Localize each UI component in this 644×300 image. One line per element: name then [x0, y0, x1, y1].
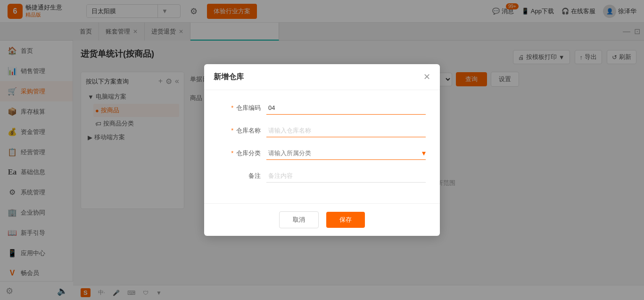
- form-label-code: * 仓库编码: [218, 104, 261, 112]
- dialog-title: 新增仓库: [214, 72, 244, 82]
- save-button[interactable]: 保存: [326, 212, 365, 228]
- new-warehouse-dialog: 新增仓库 ✕ * 仓库编码 * 仓库名称: [204, 64, 440, 236]
- warehouse-remark-input[interactable]: [266, 169, 426, 183]
- form-label-category: * 仓库分类: [218, 149, 261, 158]
- form-row-code: * 仓库编码: [218, 101, 426, 115]
- cancel-button[interactable]: 取消: [279, 211, 319, 228]
- dialog-close-button[interactable]: ✕: [423, 72, 430, 82]
- warehouse-category-input[interactable]: [266, 147, 422, 159]
- form-row-remark: 备注: [218, 169, 426, 183]
- category-dropdown-icon[interactable]: ▾: [422, 149, 426, 158]
- dialog-body: * 仓库编码 * 仓库名称 * 仓库分类: [204, 90, 440, 203]
- warehouse-name-input[interactable]: [266, 124, 426, 137]
- form-label-remark: 备注: [218, 172, 261, 180]
- form-row-name: * 仓库名称: [218, 124, 426, 137]
- form-row-category: * 仓库分类 ▾: [218, 147, 426, 160]
- form-label-name: * 仓库名称: [218, 126, 261, 135]
- modal-overlay: 新增仓库 ✕ * 仓库编码 * 仓库名称: [0, 0, 644, 300]
- dialog-footer: 取消 保存: [204, 203, 440, 236]
- dialog-header: 新增仓库 ✕: [204, 64, 440, 90]
- warehouse-code-input[interactable]: [266, 101, 426, 115]
- warehouse-category-wrap: ▾: [266, 147, 426, 160]
